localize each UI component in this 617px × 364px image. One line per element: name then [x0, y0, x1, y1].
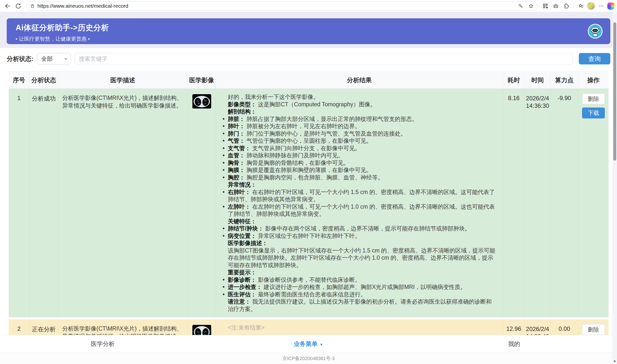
footer-item-mine[interactable]: 我的 [411, 340, 617, 348]
header-index: 序号 [9, 72, 29, 88]
header-time: 时间 [525, 72, 551, 88]
url-text[interactable]: https://www.aineuos.net/medical-record [37, 3, 514, 9]
result-line: 该胸部CT图像显示，右肺叶下叶区域存在一个大小约 1.5 cm 的、密度稍高、边… [228, 247, 496, 269]
result-line: •胸骨： 胸骨是胸廓的骨骼结构，在影像中可见。 [228, 159, 496, 167]
actions-cell: 删除 下载 [578, 89, 609, 317]
browser-chrome: https://www.aineuos.net/medical-record [0, 0, 617, 12]
page-title: Ai体征分析助手->历史分析 [16, 23, 610, 33]
bullet-icon: • [223, 130, 225, 138]
result-line: •影像诊断： 影像诊断仅供参考，不能替代临床诊断。 [228, 276, 496, 284]
download-button[interactable]: 下载 [582, 108, 605, 118]
footer-item-medical-analysis[interactable]: 医学分析 [0, 340, 206, 348]
result-line: •支气管： 支气管从肺门向肺叶分支，在影像中可见。 [228, 145, 496, 152]
bullet-icon: • [223, 174, 225, 181]
records-table: 序号 分析状态 医学描述 医学影像 分析结果 耗时 时间 算力点 操作 1 分析… [9, 71, 609, 351]
bullet-icon: • [223, 203, 225, 211]
chevron-down-icon [64, 57, 68, 61]
delete-button[interactable]: 删除 [582, 324, 605, 335]
status-filter-label: 分析状态: [7, 55, 33, 63]
filter-bar: 分析状态: 全部 查询 [0, 48, 617, 68]
lock-icon[interactable] [30, 3, 35, 8]
result-line: 异常情况： [228, 181, 496, 189]
business-menu-label: 业务菜单 [294, 340, 318, 347]
bullet-icon: • [223, 283, 225, 291]
result-line: 好的，我来分析一下这个医学影像。 [228, 93, 496, 101]
result-line: •胸膜： 胸膜是覆盖在肺脏和胸壁的薄膜，在影像中可见。 [228, 167, 496, 174]
header-description: 医学描述 [58, 72, 188, 88]
timestamp-time: 14:36:30 [525, 102, 550, 110]
search-input[interactable] [75, 53, 573, 64]
result-line: •左肺叶： 在左肺叶的下叶区域，可见一个大小约 1.0 cm 的、密度稍高、边界… [228, 203, 496, 218]
query-button[interactable]: 查询 [579, 53, 610, 64]
address-bar[interactable]: https://www.aineuos.net/medical-record [26, 1, 537, 11]
table-header-row: 序号 分析状态 医学描述 医学影像 分析结果 耗时 时间 算力点 操作 [9, 71, 609, 89]
result-line: 影像类型： 这是胸部CT（Computed Tomography）图像。 [228, 101, 496, 108]
extensions-icon[interactable] [562, 2, 570, 10]
result-line: •血管： 肺动脉和肺静脉在肺门及肺叶内可见。 [228, 152, 496, 159]
result-line: 解剖结构： [228, 108, 496, 115]
robot-avatar-icon [588, 24, 603, 39]
timestamp: 2026/2/4 14:36:30 [525, 89, 551, 317]
duration-value: 8.16 [503, 89, 525, 317]
profile-avatar[interactable] [587, 2, 595, 10]
qr-code-icon[interactable] [541, 2, 550, 10]
result-line: •进一步检查： 建议进行进一步的检查，如胸部超声、胸部X光片或胸部MRI，以明确… [228, 283, 496, 291]
bullet-icon: • [223, 137, 225, 145]
password-key-icon[interactable] [517, 2, 525, 10]
back-icon[interactable] [3, 2, 12, 10]
result-line: •肺门： 肺门位于胸廓的中心，是肺叶与气管、支气管及血管的连接处。 [228, 130, 496, 138]
analysis-result: 好的，我来分析一下这个医学影像。影像类型： 这是胸部CT（Computed To… [216, 89, 503, 317]
timestamp-date: 2026/2/4 [525, 325, 550, 333]
bullet-icon: • [223, 115, 225, 123]
result-line: 医学影像描述： [228, 240, 496, 247]
result-line: •肺叶： 肺脏被分为左右肺叶，可见左右肺叶的边界。 [228, 123, 496, 130]
result-line: •医生评估： 最终诊断需由医生结合患者临床信息进行。 [228, 291, 496, 298]
footer-nav: 医学分析 业务菜单▼ 我的 [0, 335, 617, 353]
header-points: 算力点 [551, 72, 578, 88]
footer: 医学分析 业务菜单▼ 我的 京ICP备2020048381号-3 [0, 335, 617, 364]
result-line: 重要提示： [228, 269, 496, 276]
header-image: 医学影像 [188, 72, 216, 88]
timestamp-date: 2026/2/4 [525, 95, 550, 102]
result-line: •右肺叶： 在右肺叶的下叶区域，可见一个大小约 1.5 cm 的、密度稍高、边界… [228, 189, 496, 203]
header-result: 分析结果 [216, 72, 503, 88]
copilot-icon[interactable] [607, 2, 615, 10]
toolbar-divider [573, 3, 574, 9]
delete-button[interactable]: 删除 [582, 93, 605, 104]
footer-item-business-menu[interactable]: 业务菜单▼ [206, 340, 411, 348]
bullet-icon: • [223, 167, 225, 174]
bullet-icon: • [223, 145, 225, 152]
scrollbar-thumb[interactable] [613, 22, 616, 161]
result-line: •气管： 气管位于胸廓的中心，呈圆柱形，在影像中可见。 [228, 137, 496, 145]
app-banner: Ai体征分析助手->历史分析 • 让医疗更智慧，让健康更普惠 • [7, 18, 610, 44]
scrollbar-down-arrow-icon[interactable]: ▾ [612, 359, 617, 364]
result-line: •病变位置： 异常区域位于右肺叶下叶和左肺叶下叶。 [228, 232, 496, 240]
ct-scan-thumbnail[interactable] [192, 94, 211, 110]
row-index: 1 [9, 89, 29, 317]
page-scrollbar[interactable]: ▾ [612, 12, 617, 364]
more-menu-icon[interactable] [597, 2, 605, 10]
medical-description: 分析医学影像(CT\MRI\X光片)，描述解剖结构、异常情况与关键特征，给出明确… [58, 89, 188, 317]
header-actions: 操作 [578, 72, 609, 88]
collections-star-icon[interactable] [577, 2, 585, 10]
bullet-icon: • [223, 291, 225, 298]
icp-license: 京ICP备2020048381号-3 [0, 353, 617, 364]
result-line: 关键特征： [228, 218, 496, 225]
status-select-value: 全部 [41, 55, 53, 63]
medical-image-cell [188, 89, 216, 317]
table-row: 1 分析成功 分析医学影像(CT\MRI\X光片)，描述解剖结构、异常情况与关键… [9, 89, 609, 319]
refresh-icon[interactable] [14, 2, 22, 10]
status-badge: 分析成功 [29, 89, 58, 317]
screenshot-camera-icon[interactable] [552, 2, 560, 10]
hero-section: Ai体征分析助手->历史分析 • 让医疗更智慧，让健康更普惠 • [0, 12, 617, 48]
compute-points: -9.90 [551, 89, 578, 317]
bullet-icon: • [223, 152, 225, 159]
status-select[interactable]: 全部 [37, 53, 71, 64]
bookmark-star-icon[interactable] [527, 2, 535, 10]
result-line: 请注意： 我无法提供医疗建议。以上描述仅为基于影像的初步分析。请务必咨询医生以获… [228, 298, 496, 313]
bullet-icon: • [223, 276, 225, 284]
result-line: •肺结节/肿块： 影像中存在两个区域，密度稍高，边界不清晰，提示可能存在肺结节或… [228, 225, 496, 232]
bullet-icon: • [223, 232, 225, 240]
bullet-icon: • [223, 189, 225, 196]
header-status: 分析状态 [29, 72, 58, 88]
